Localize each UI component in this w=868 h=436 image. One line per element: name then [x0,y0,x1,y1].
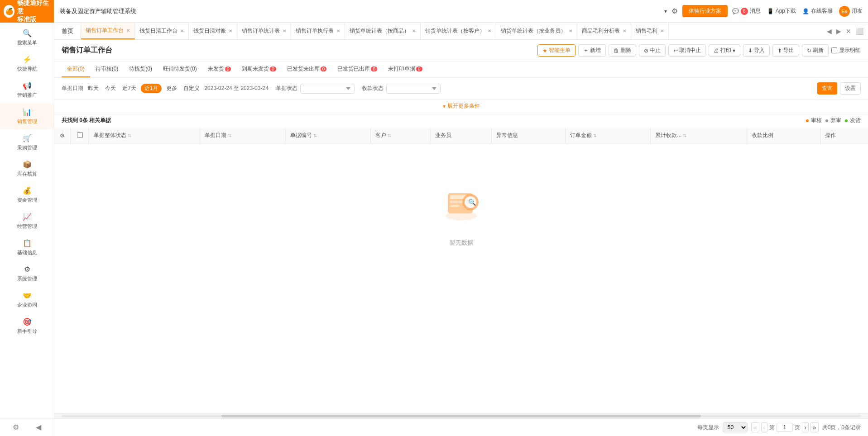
stop-button[interactable]: ⊘ 中止 [639,44,666,57]
col-checkbox [71,128,89,143]
sort-collected[interactable]: 累计收款... ⇅ [655,132,742,139]
tab-item-7[interactable]: 销货单统计表（按业务员） ✕ [496,23,577,39]
sub-tab-4[interactable]: 未发货0 [202,62,237,77]
sub-tab-6[interactable]: 已发货未出库0 [282,62,332,77]
hscroll-track[interactable] [62,415,861,417]
tab-close-all[interactable]: ✕ [844,27,853,36]
date-option-4[interactable]: 更多 [164,84,179,93]
date-option-0[interactable]: 昨天 [86,84,101,93]
sub-tab-0[interactable]: 全部(0) [62,62,90,77]
sort-number[interactable]: 单据编号 ⇅ [290,132,366,139]
sidebar-item-11[interactable]: 🎯 新手引导 [0,313,54,339]
sub-tab-8[interactable]: 未打印单据0 [383,62,428,77]
sort-date[interactable]: 单据日期 ⇅ [205,132,281,139]
tab-item-8[interactable]: 商品毛利分析表 ✕ [577,23,631,39]
show-detail-checkbox[interactable]: 显示明细 [831,47,861,54]
app-download-action[interactable]: 📱 App下载 [767,7,796,15]
first-page-btn[interactable]: « [751,422,759,432]
tab-close-1[interactable]: ✕ [180,28,184,33]
prev-page-btn[interactable]: ‹ [761,422,768,432]
sidebar-item-10[interactable]: 🤝 企业协同 [0,287,54,313]
review-action-btn[interactable]: 审核 [806,117,822,124]
tab-item-5[interactable]: 销货单统计表（按商品） ✕ [345,23,421,39]
tab-item-2[interactable]: 钱货日清对账 ✕ [189,23,237,39]
expand-filter-button[interactable]: ▾ 展开更多条件 [443,102,480,110]
tab-close-4[interactable]: ✕ [336,28,340,33]
date-option-5[interactable]: 自定义 [182,84,201,93]
sidebar-item-8[interactable]: 📋 基础信息 [0,234,54,261]
tab-close-7[interactable]: ✕ [569,28,572,33]
ship-action-btn[interactable]: 发货 [845,117,861,124]
sidebar-item-1[interactable]: ⚡ 快捷导航 [0,51,54,77]
query-button[interactable]: 查询 [817,82,837,95]
tab-close-0[interactable]: ✕ [126,28,130,33]
tab-home[interactable]: 首页 [54,23,81,39]
sidebar-settings-btn[interactable]: ⚙ [13,423,19,431]
tab-close-3[interactable]: ✕ [283,28,286,33]
settings-icon[interactable]: ⚙ [671,7,678,15]
sidebar-item-6[interactable]: 💰 资金管理 [0,182,54,208]
cancel-review-action-btn[interactable]: 弃审 [825,117,841,124]
sidebar-item-5[interactable]: 📦 库存核算 [0,156,54,182]
smart-create-button[interactable]: ★ 智能生单 [537,44,575,57]
last-page-btn[interactable]: » [810,422,819,432]
show-detail-input[interactable] [831,47,837,53]
tab-close-5[interactable]: ✕ [412,28,416,33]
tab-item-9[interactable]: 销售毛利 ✕ [631,23,669,39]
payment-filter-select[interactable] [386,84,441,94]
online-service-action[interactable]: 👤 在线客服 [802,7,833,15]
tab-close-9[interactable]: ✕ [660,28,664,33]
refresh-button[interactable]: ↻ 刷新 [802,44,829,57]
sidebar-item-3[interactable]: 📊 销售管理 [0,103,54,129]
add-button[interactable]: ＋ 新增 [578,44,606,57]
tab-scroll-right[interactable]: ▶ [834,27,843,36]
sidebar-item-2[interactable]: 📢 营销推广 [0,77,54,103]
industry-solution-button[interactable]: 体验行业方案 [682,5,728,17]
tab-scroll-left[interactable]: ◀ [825,27,834,36]
message-action[interactable]: 💬 6 消息 [732,7,761,15]
date-option-3[interactable]: 近1月 [141,84,162,93]
system-dropdown[interactable]: ▾ [664,8,667,14]
sub-tab-2[interactable]: 待拣货(0) [124,62,158,77]
date-option-2[interactable]: 近7天 [120,84,138,93]
user-profile[interactable]: Ea 用友 [839,6,863,17]
sort-customer[interactable]: 客户 ⇅ [375,132,426,139]
sidebar-item-9[interactable]: ⚙ 系统管理 [0,261,54,287]
sub-tab-1[interactable]: 待审核(0) [90,62,124,77]
settings-button[interactable]: 设置 [840,82,861,95]
status-filter-select[interactable] [300,84,355,94]
tab-close-2[interactable]: ✕ [229,28,232,33]
export-button[interactable]: ⬆ 导出 [772,44,799,57]
delete-button[interactable]: 🗑 删除 [609,44,636,57]
select-all-checkbox[interactable] [77,132,83,138]
next-page-btn[interactable]: › [802,422,809,432]
tab-item-0[interactable]: 销售订单工作台 ✕ [81,23,135,39]
tab-item-3[interactable]: 销售订单统计表 ✕ [237,23,291,39]
tab-item-1[interactable]: 钱货日清工作台 ✕ [135,23,189,39]
sidebar-item-4[interactable]: 🛒 采购管理 [0,129,54,156]
tab-close-8[interactable]: ✕ [623,28,626,33]
hscroll-thumb[interactable] [221,415,701,417]
sub-tab-3[interactable]: 旺铺待发货(0) [158,62,202,77]
stop-label: 中止 [650,47,661,54]
tab-close-6[interactable]: ✕ [488,28,491,33]
cancel-stop-button[interactable]: ↩ 取消中止 [668,44,706,57]
sub-tab-5[interactable]: 到期未发货0 [236,62,282,77]
sidebar-item-7[interactable]: 📈 经营管理 [0,208,54,234]
sort-doc-status[interactable]: 单据整体状态 ⇅ [94,132,195,139]
sidebar-icon-11: 🎯 [23,318,32,326]
date-option-1[interactable]: 今天 [103,84,118,93]
page-input[interactable]: 1 [777,423,793,432]
sidebar-collapse-btn[interactable]: ◀ [36,423,41,431]
settings-col-icon[interactable]: ⚙ [60,133,65,139]
sidebar-item-0[interactable]: 🔍 搜索菜单 [0,24,54,51]
result-number: 0条 [79,117,88,123]
tab-item-6[interactable]: 销货单统计表（按客户） ✕ [421,23,496,39]
import-button[interactable]: ⬇ 导入 [743,44,770,57]
sub-tab-7[interactable]: 已发货已出库0 [332,62,383,77]
page-size-select[interactable]: 50 20 100 [723,422,748,432]
print-button[interactable]: 🖨 打印 ▾ [709,44,740,57]
tab-item-4[interactable]: 销售订单执行表 ✕ [291,23,345,39]
tab-maximize[interactable]: ⬜ [854,27,865,36]
sort-amount[interactable]: 订单金额 ⇅ [570,132,646,139]
